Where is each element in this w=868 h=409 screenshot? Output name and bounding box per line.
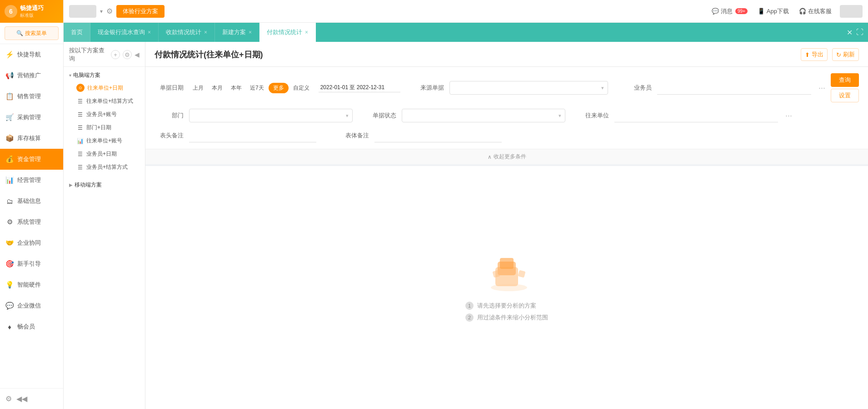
- scheme-panel-collapse-icon[interactable]: ◀: [135, 51, 140, 58]
- employee-input[interactable]: [657, 81, 811, 95]
- scheme-item-employee-account[interactable]: ☰ 业务员+账号: [64, 108, 145, 121]
- nav-label-quick-nav: 快捷导航: [17, 50, 41, 59]
- filter-settings-button[interactable]: 设置: [831, 89, 859, 102]
- tab-receipts-stats-close-icon[interactable]: ×: [204, 29, 207, 35]
- counterpart-dots[interactable]: ···: [785, 111, 792, 121]
- tab-receipts-stats-label: 收款情况统计: [166, 28, 201, 36]
- sidebar-item-marketing[interactable]: 📢营销推广: [0, 65, 63, 86]
- filter-row-1: 单据日期 上月 本月 本年 近7天 更多 自定义 来源单据 ▾: [155, 73, 859, 102]
- scheme-item-employee-date-label: 业务员+日期: [86, 150, 117, 158]
- tab-bank-flow-close-icon[interactable]: ×: [148, 29, 151, 35]
- sidebar-item-basic-info[interactable]: 🗂基础信息: [0, 191, 63, 212]
- trial-button[interactable]: 体验行业方案: [116, 5, 165, 18]
- date-opt-last-7-days[interactable]: 近7天: [246, 83, 268, 93]
- result-area: 1 请先选择要分析的方案 2 用过滤条件来缩小分析范围: [145, 166, 868, 409]
- query-button[interactable]: 查询: [831, 73, 859, 87]
- refresh-label: 刷新: [843, 50, 855, 59]
- scheme-item-dept-date[interactable]: ☰ 部门+日期: [64, 121, 145, 134]
- scheme-add-button[interactable]: +: [111, 50, 120, 59]
- export-label: 导出: [812, 50, 823, 59]
- scheme-group-desktop-title[interactable]: ▾ 电脑端方案: [64, 70, 145, 81]
- source-voucher-select[interactable]: ▾: [449, 81, 608, 95]
- export-icon: ⬆: [805, 51, 810, 58]
- counterpart-input[interactable]: [614, 109, 778, 122]
- filter-row-3: 表头备注 表体备注: [155, 129, 859, 142]
- sidebar-item-purchase[interactable]: 🛒采购管理: [0, 107, 63, 128]
- voucher-status-arrow-icon: ▾: [559, 113, 561, 119]
- sidebar-item-cooperation[interactable]: 🤝企业协同: [0, 232, 63, 253]
- nav-icon-system: ⚙: [5, 218, 14, 226]
- scheme-item-counterpart-date[interactable]: ⊙ 往来单位+日期: [64, 81, 145, 95]
- employee-dots[interactable]: ···: [818, 83, 825, 93]
- scheme-panel: 按以下方案查询 + ⚙ ◀ ▾ 电脑端方案 ⊙ 往来单位+日期 ☰: [64, 42, 145, 409]
- date-opt-this-month[interactable]: 本月: [208, 83, 226, 93]
- tab-payment-stats[interactable]: 付款情况统计 ×: [259, 23, 316, 42]
- sidebar-item-operations[interactable]: 📊经营管理: [0, 170, 63, 191]
- refresh-button[interactable]: ↻ 刷新: [832, 48, 859, 61]
- svg-rect-5: [518, 270, 525, 278]
- tab-payment-stats-close-icon[interactable]: ×: [305, 29, 308, 35]
- dropdown-arrow-icon[interactable]: ▾: [100, 8, 103, 15]
- export-button[interactable]: ⬆ 导出: [801, 48, 828, 61]
- tabbar-close-icon[interactable]: ✕: [847, 28, 853, 37]
- tab-home[interactable]: 首页: [64, 23, 90, 42]
- nav-label-operations: 经营管理: [17, 176, 41, 184]
- scheme-item-counterpart-account[interactable]: 📊 往来单位+账号: [64, 134, 145, 147]
- search-menu-button[interactable]: 🔍 搜索菜单: [5, 26, 59, 40]
- sidebar-item-inventory[interactable]: 📦库存核算: [0, 128, 63, 149]
- date-opt-this-year[interactable]: 本年: [227, 83, 245, 93]
- date-opt-more[interactable]: 更多: [269, 83, 289, 93]
- date-opt-last-month[interactable]: 上月: [189, 83, 207, 93]
- nav-icon-marketing: 📢: [5, 71, 14, 80]
- tab-new-scheme-close-icon[interactable]: ×: [249, 29, 252, 35]
- table-body-note-input[interactable]: [374, 129, 502, 142]
- sidebar-item-sales[interactable]: 📋销售管理: [0, 86, 63, 107]
- sidebar-item-system[interactable]: ⚙系统管理: [0, 212, 63, 232]
- nav-label-sales: 销售管理: [17, 92, 41, 101]
- tabbar-expand-icon[interactable]: ⛶: [856, 28, 863, 36]
- dept-select[interactable]: ▾: [189, 109, 353, 122]
- date-range-input[interactable]: [319, 84, 400, 92]
- scheme-item-employee-settle[interactable]: ☰ 业务员+结算方式: [64, 161, 145, 174]
- employee-label: 业务员: [623, 84, 652, 92]
- sidebar-item-wechat[interactable]: 💬企业微信: [0, 295, 63, 316]
- nav-label-inventory: 库存核算: [17, 134, 41, 142]
- voucher-status-select[interactable]: ▾: [402, 109, 565, 122]
- tab-new-scheme[interactable]: 新建方案 ×: [215, 23, 259, 42]
- table-head-note-input[interactable]: [189, 129, 316, 142]
- tab-receipts-stats[interactable]: 收款情况统计 ×: [159, 23, 215, 42]
- user-profile-avatar[interactable]: [840, 5, 863, 18]
- topbar-online-service[interactable]: 🎧 在线客服: [799, 7, 832, 15]
- tabbar-actions: ✕ ⛶: [842, 23, 868, 42]
- scheme-item-counterpart-settle[interactable]: ☰ 往来单位+结算方式: [64, 95, 145, 108]
- sidebar-item-member[interactable]: ♦畅会员: [0, 316, 63, 337]
- sidebar-settings-icon[interactable]: ⚙: [5, 394, 12, 403]
- scheme-item-counterpart-date-label: 往来单位+日期: [87, 84, 123, 92]
- page-title: 付款情况统计(往来单位+日期): [155, 49, 801, 60]
- topbar-app-download[interactable]: 📱 App下载: [758, 7, 789, 15]
- topbar-settings-icon[interactable]: ⚙: [106, 7, 113, 15]
- topbar-messages[interactable]: 💬 消息 99+: [712, 7, 748, 15]
- sidebar-collapse-icon[interactable]: ◀◀: [16, 394, 27, 403]
- tab-bank-flow[interactable]: 现金银行流水查询 ×: [90, 23, 159, 42]
- collapse-more-button[interactable]: ∧ 收起更多条件: [145, 149, 868, 164]
- scheme-item-active-icon: ⊙: [76, 84, 85, 92]
- nav-label-marketing: 营销推广: [17, 71, 41, 80]
- sidebar-item-hardware[interactable]: 💡智能硬件: [0, 274, 63, 295]
- tip-num-2: 2: [465, 313, 474, 322]
- source-voucher-arrow-icon: ▾: [601, 85, 604, 91]
- scheme-settings-button[interactable]: ⚙: [123, 50, 132, 59]
- sidebar-item-guide[interactable]: 🎯新手引导: [0, 253, 63, 274]
- nav-icon-operations: 📊: [5, 176, 14, 184]
- sidebar-item-capital[interactable]: 💰资金管理: [0, 149, 63, 170]
- dept-arrow-icon: ▾: [346, 113, 349, 119]
- tabbar: 首页 现金银行流水查询 × 收款情况统计 × 新建方案 × 付款情况统计 × ✕…: [64, 23, 868, 42]
- sidebar-item-quick-nav[interactable]: ⚡快捷导航: [0, 44, 63, 65]
- scheme-item-icon-5: ☰: [76, 151, 84, 158]
- refresh-icon: ↻: [836, 51, 841, 58]
- app-name: 畅捷通巧: [20, 4, 44, 12]
- date-opt-custom[interactable]: 自定义: [289, 83, 313, 93]
- scheme-group-mobile-title[interactable]: ▶ 移动端方案: [64, 179, 145, 191]
- scheme-item-icon-6: ☰: [76, 164, 84, 171]
- scheme-item-employee-date[interactable]: ☰ 业务员+日期: [64, 147, 145, 161]
